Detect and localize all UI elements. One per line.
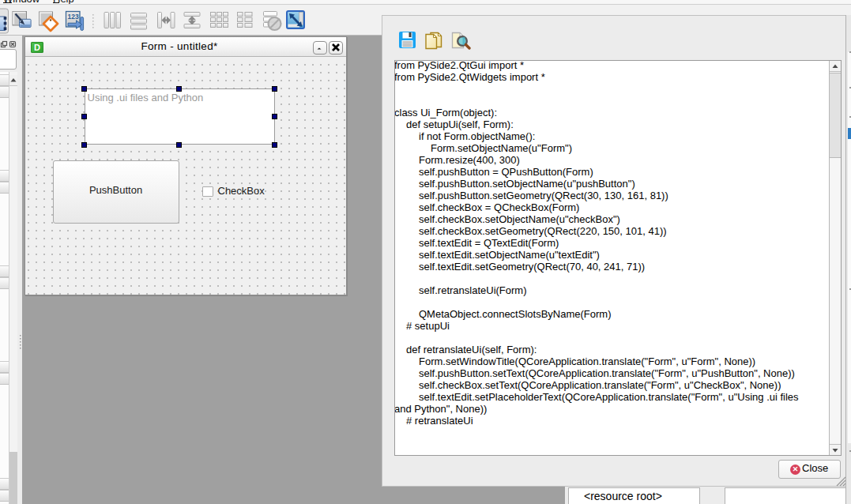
svg-text:123: 123 [68, 13, 79, 21]
